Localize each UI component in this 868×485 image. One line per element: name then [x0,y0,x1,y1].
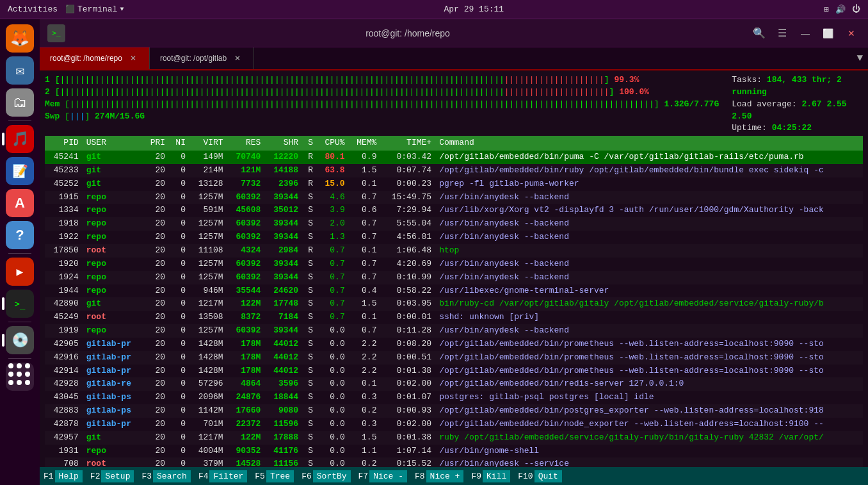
cell-res: 178M [227,365,265,378]
fn8[interactable]: F8Nice + [411,467,467,485]
fn1[interactable]: F1Help [40,467,86,485]
cell-s: S [302,231,317,244]
table-row[interactable]: 42928 gitlab-re 20 0 57296 4864 3596 S 0… [45,377,863,391]
dock-apps-button[interactable] [6,363,34,391]
table-row[interactable]: 1922 repo 20 0 1257M 60392 39344 S 1.3 0… [45,231,863,244]
table-row[interactable]: 1915 repo 20 0 1257M 60392 39344 S 4.6 0… [45,191,863,204]
tabs-dropdown[interactable]: ▼ [856,53,863,64]
cell-pri: 20 [143,351,169,365]
cell-res: 60392 [227,217,265,231]
menu-button[interactable]: ☰ [773,24,791,42]
table-row[interactable]: 42905 gitlab-pr 20 0 1428M 178M 44012 S … [45,338,863,351]
cell-time: 1:06.48 [380,244,435,258]
process-table: PID USER PRI NI VIRT RES SHR S CPU% MEM%… [45,136,863,467]
fn9[interactable]: F9Kill [467,467,514,485]
table-row[interactable]: 1334 repo 20 0 591M 45608 35012 S 3.9 0.… [45,204,863,217]
cell-shr: 3596 [264,377,302,391]
cell-cpu: 0.7 [317,258,349,271]
fn6[interactable]: F6SortBy [298,467,354,485]
cell-s: R [302,177,317,191]
col-user: USER [83,136,143,151]
table-row[interactable]: 45233 git 20 0 214M 121M 14188 R 63.8 1.… [45,164,863,177]
dock-email[interactable]: ✉ [6,56,34,85]
cell-pid: 1922 [45,231,83,244]
cell-virt: 1428M [189,351,227,365]
cell-cmd: /opt/gitlab/embedded/bin/postgres_export… [435,404,863,418]
tabs-bar: root@git: /home/repo ✕ root@git: /opt/gi… [40,47,868,70]
dock-software[interactable]: A [6,189,34,217]
cell-pri: 20 [143,177,169,191]
table-row[interactable]: 45252 git 20 0 13128 7732 2396 R 15.0 0.… [45,177,863,191]
table-row[interactable]: 42916 gitlab-pr 20 0 1428M 178M 44012 S … [45,351,863,365]
table-row[interactable]: 45249 root 20 0 13508 8372 7184 S 0.7 0.… [45,311,863,324]
table-row[interactable]: 708 root 20 0 379M 14528 11156 S 0.0 0.2… [45,457,863,467]
table-row[interactable]: 1920 repo 20 0 1257M 60392 39344 S 0.7 0… [45,258,863,271]
dock-terminal[interactable]: >_ [6,290,34,318]
table-row[interactable]: 45241 git 20 0 149M 70740 12220 R 80.1 0… [45,151,863,164]
cell-virt: 1257M [189,191,227,204]
cell-res: 90352 [227,445,265,458]
table-row[interactable]: 1931 repo 20 0 4004M 90352 41176 S 0.0 1… [45,445,863,458]
table-row[interactable]: 42883 gitlab-ps 20 0 1142M 17660 9080 S … [45,404,863,418]
dock-disk[interactable]: 💿 [6,326,34,354]
cell-cpu: 0.0 [317,338,349,351]
table-row[interactable]: 17850 root 20 0 11108 4324 2984 R 0.7 0.… [45,244,863,258]
dock-sound[interactable]: 🎵 [6,125,34,153]
cell-user: root [83,457,143,467]
cell-pid: 1931 [45,445,83,458]
fn2[interactable]: F2Setup [86,467,138,485]
cell-cmd: /opt/gitlab/embedded/bin/prometheus --we… [435,338,863,351]
cell-cmd: htop [435,244,863,258]
cell-s: R [302,151,317,164]
cell-mem: 0.7 [349,217,381,231]
cell-cpu: 2.0 [317,217,349,231]
cell-s: S [302,365,317,378]
fn10[interactable]: F10Quit [514,467,566,485]
table-row[interactable]: 1944 repo 20 0 946M 35544 24620 S 0.7 0.… [45,284,863,298]
table-row[interactable]: 42878 gitlab-pr 20 0 701M 22372 11596 S … [45,418,863,431]
terminal-content[interactable]: 1 [|||||||||||||||||||||||||||||||||||||… [40,70,868,467]
fn7[interactable]: F7Nice - [355,467,411,485]
cell-mem: 0.3 [349,391,381,404]
tab-close-home[interactable]: ✕ [127,53,139,64]
table-row[interactable]: 42914 gitlab-pr 20 0 1428M 178M 44012 S … [45,365,863,378]
cell-mem: 0.7 [349,258,381,271]
cell-cpu: 0.0 [317,431,349,445]
cell-shr: 11596 [264,418,302,431]
dock-text-editor[interactable]: 📝 [6,157,34,185]
tab-opt-gitlab[interactable]: root@git: /opt/gitlab ✕ [150,47,254,69]
dock-git[interactable]: ▶ [6,258,34,286]
table-row[interactable]: 43045 gitlab-ps 20 0 2096M 24876 18844 S… [45,391,863,404]
search-button[interactable]: 🔍 [750,24,768,42]
cell-mem: 1.5 [349,431,381,445]
table-row[interactable]: 1924 repo 20 0 1257M 60392 39344 S 0.7 0… [45,271,863,284]
tab-home-repo[interactable]: root@git: /home/repo ✕ [40,47,150,69]
cell-shr: 17748 [264,297,302,311]
cell-cpu: 0.7 [317,271,349,284]
cell-user: repo [83,231,143,244]
minimize-button[interactable]: — [796,24,814,42]
activities-label[interactable]: Activities [8,4,58,14]
cell-ni: 0 [169,404,189,418]
cell-pri: 20 [143,431,169,445]
dock-files[interactable]: 🗂 [6,88,34,117]
power-icon[interactable]: ⏻ [852,4,860,14]
table-row[interactable]: 42957 git 20 0 1217M 122M 17888 S 0.0 1.… [45,431,863,445]
cell-user: git [83,151,143,164]
fn5[interactable]: F5Tree [251,467,298,485]
table-row[interactable]: 1919 repo 20 0 1257M 60392 39344 S 0.0 0… [45,324,863,338]
dock-firefox[interactable]: 🦊 [6,24,34,53]
cell-res: 17660 [227,404,265,418]
table-row[interactable]: 42890 git 20 0 1217M 122M 17748 S 0.7 1.… [45,297,863,311]
dock-help[interactable]: ? [6,221,34,249]
table-row[interactable]: 1918 repo 20 0 1257M 60392 39344 S 2.0 0… [45,217,863,231]
fn3[interactable]: F3Search [138,467,194,485]
cell-shr: 11156 [264,457,302,467]
close-button[interactable]: ✕ [842,24,860,42]
fn4[interactable]: F4Filter [195,467,251,485]
cpu1-pct: 99.3% [614,75,639,85]
maximize-button[interactable]: ⬜ [819,24,837,42]
tab-close-gitlab[interactable]: ✕ [232,53,243,64]
terminal-menu[interactable]: ⬛ Terminal ▼ [65,4,124,14]
cell-mem: 0.1 [349,311,381,324]
